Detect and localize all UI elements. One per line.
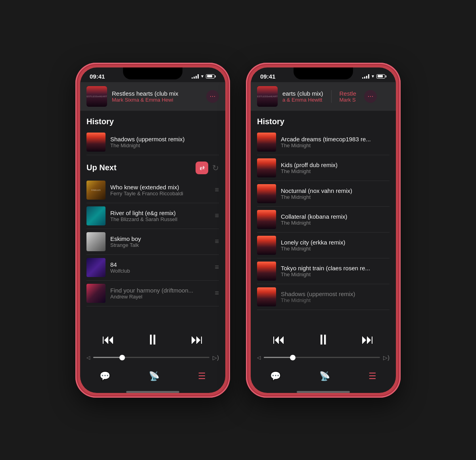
volume-min-icon-left: ◁ [86,355,90,360]
upnext-controls-left: ⇄ ↻ [196,162,219,174]
tab-lyrics-left[interactable]: 💬 [100,371,110,381]
queue-item-0-left[interactable]: FABLES Who knew (extended mix) Ferry Tay… [86,177,219,203]
tab-queue-right[interactable]: ☰ [369,371,376,381]
history-header-left: History [86,111,219,129]
history-track-info-5-right: Tokyo night train (claes rosen re... The… [281,265,390,277]
history-art-6-right [257,287,276,306]
drag-handle-0-left[interactable]: ≡ [215,186,219,194]
history-track-info-0-right: Arcade dreams (timecop1983 re... The Mid… [281,136,390,148]
rewind-button-right[interactable]: ⏮ [266,331,292,348]
history-art-1-right [257,158,276,177]
history-item-2-right[interactable]: Nocturnal (nox vahn remix) The Midnight [257,181,390,207]
history-item-6-right[interactable]: Shadows (uppermost remix) The Midnight [257,284,390,310]
list-area-right[interactable]: History Arcade dreams (timecop1983 re...… [251,111,396,322]
queue-track-title-4-left: Find your harmony (driftmoon... [110,287,210,294]
progress-thumb-left[interactable] [119,355,125,360]
progress-bar-right[interactable]: ◁ ▷) [257,353,390,364]
player-controls-right: ⏮ ⏸ ⏭ ◁ ▷) [251,322,396,367]
now-playing-art-right-1 [257,86,278,107]
history-item-3-right[interactable]: Collateral (kobana remix) The Midnight [257,207,390,233]
queue-art-3-left [86,258,106,277]
now-playing-info-left: Restless hearts (club mix Mark Sixma & E… [112,90,202,103]
progress-thumb-right[interactable] [290,355,296,360]
history-track-artist-1-right: The Midnight [281,168,390,174]
history-art-5-right [257,262,276,281]
list-area-left[interactable]: History Shadows (uppermost remix) The Mi… [80,111,225,322]
progress-bar-left[interactable]: ◁ ▷) [86,353,219,364]
shuffle-button-left[interactable]: ⇄ [196,162,208,174]
queue-art-0-left: FABLES [86,181,106,200]
history-track-info-3-right: Collateral (kobana remix) The Midnight [281,213,390,226]
volume-max-icon-left: ▷) [213,354,219,361]
queue-track-title-2-left: Eskimo boy [110,235,210,242]
status-icons-left: ▾ [192,73,216,79]
queue-track-title-0-left: Who knew (extended mix) [110,184,210,191]
fastforward-button-right[interactable]: ⏭ [355,331,380,348]
upnext-header-left: Up Next ⇄ ↻ [86,155,219,177]
history-item-4-right[interactable]: Lonely city (erkka remix) The Midnight [257,233,390,258]
history-item-0-right[interactable]: Arcade dreams (timecop1983 re... The Mid… [257,129,390,155]
history-item-0-left[interactable]: Shadows (uppermost remix) The Midnight [86,129,219,155]
status-time-left: 09:41 [90,73,105,80]
queue-art-4-left [86,284,106,303]
progress-track-right[interactable] [264,357,380,358]
queue-item-2-left[interactable]: Eskimo boy Strange Talk ≡ [86,229,219,255]
queue-track-artist-1-left: The Blizzard & Sarah Russell [110,216,210,222]
drag-handle-2-left[interactable]: ≡ [215,237,219,246]
signal-icon-left [192,74,199,79]
queue-art-1-left [86,206,106,225]
queue-track-artist-4-left: Andrew Rayel [110,294,210,300]
pause-button-right[interactable]: ⏸ [310,330,337,350]
history-track-title-3-right: Collateral (kobana remix) [281,213,390,220]
shuffle-icon-left: ⇄ [200,164,205,171]
history-art-3-right [257,210,276,229]
tab-airplay-left[interactable]: 📡 [149,371,159,381]
player-controls-left: ⏮ ⏸ ⏭ ◁ ▷) [80,322,225,367]
progress-track-left[interactable] [93,357,209,358]
now-playing-art-left [86,86,107,107]
now-playing-title-left: Restless hearts (club mix [112,90,202,97]
tab-bar-right: 💬 📡 ☰ [251,367,396,391]
screen-content-right: earts (club mix) a & Emma Hewitt Restle … [251,82,396,393]
tab-airplay-right[interactable]: 📡 [319,371,330,381]
queue-item-4-left[interactable]: Find your harmony (driftmoon... Andrew R… [86,281,219,306]
history-track-info-2-right: Nocturnal (nox vahn remix) The Midnight [281,187,390,200]
drag-handle-1-left[interactable]: ≡ [215,212,219,220]
phone-screen-left: 09:41 ▾ Restless hearts (club m [80,67,225,393]
queue-track-artist-0-left: Ferry Tayle & Franco Riccobaldi [110,191,210,196]
progress-fill-right [264,357,293,358]
now-playing-more-button-right[interactable]: ··· [364,90,377,103]
drag-handle-3-left[interactable]: ≡ [215,263,219,271]
tab-queue-left[interactable]: ☰ [198,371,206,381]
history-art-0-right [257,133,276,152]
queue-track-title-3-left: 84 [110,261,210,268]
history-track-artist-4-right: The Midnight [281,246,390,252]
pause-button-left[interactable]: ⏸ [139,330,166,350]
wifi-icon-right: ▾ [372,73,374,79]
screen-content-left: Restless hearts (club mix Mark Sixma & E… [80,82,225,393]
history-track-title-0-left: Shadows (uppermost remix) [110,136,219,142]
volume-max-icon-right: ▷) [383,354,390,361]
tab-lyrics-right[interactable]: 💬 [270,371,281,381]
now-playing-bar-left[interactable]: Restless hearts (club mix Mark Sixma & E… [80,82,225,111]
queue-item-3-left[interactable]: 84 Wolfclub ≡ [86,255,219,281]
fastforward-button-left[interactable]: ⏭ [184,331,210,348]
volume-min-icon-right: ◁ [257,355,261,360]
transport-buttons-left: ⏮ ⏸ ⏭ [86,327,219,353]
now-playing-more-button-left[interactable]: ··· [206,90,219,103]
repeat-button-left[interactable]: ↻ [212,163,219,173]
rewind-button-left[interactable]: ⏮ [96,331,121,348]
drag-handle-4-left[interactable]: ≡ [215,289,219,297]
history-item-5-right[interactable]: Tokyo night train (claes rosen re... The… [257,258,390,284]
now-playing-title-right-1: earts (club mix) [282,90,323,97]
queue-item-1-left[interactable]: River of light (e&g remix) The Blizzard … [86,203,219,229]
status-icons-right: ▾ [362,73,386,79]
history-header-right: History [257,111,390,129]
queue-track-info-2-left: Eskimo boy Strange Talk [110,235,210,248]
now-playing-bar-right[interactable]: earts (club mix) a & Emma Hewitt Restle … [251,82,396,111]
phone-screen-right: 09:41 ▾ eart [251,67,396,393]
history-track-title-5-right: Tokyo night train (claes rosen re... [281,265,390,271]
history-track-title-0-right: Arcade dreams (timecop1983 re... [281,136,390,142]
now-playing-artist-right-1: a & Emma Hewitt [282,97,323,103]
history-item-1-right[interactable]: Kids (proff dub remix) The Midnight [257,155,390,181]
